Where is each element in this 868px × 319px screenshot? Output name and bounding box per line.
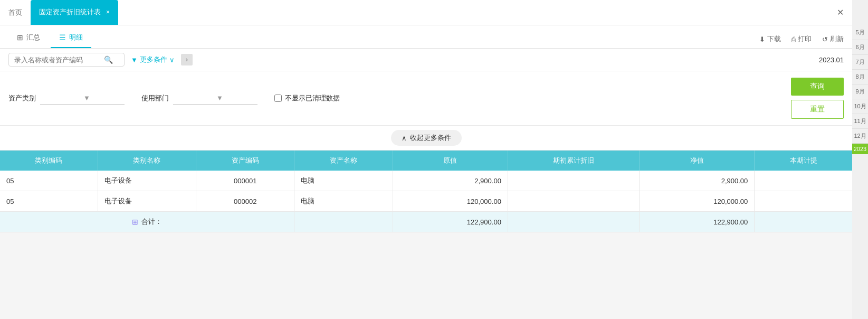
col-net-value: 净值 — [640, 151, 755, 171]
total-icon: ⊞ — [132, 218, 138, 226]
cell-asset-code: 000002 — [196, 191, 294, 212]
table-row: 05 电子设备 000002 电脑 120,000.00 120,000.00 — [0, 191, 852, 212]
data-table: 类别编码 类别名称 资产编码 资产名称 原值 期初累计折旧 净值 本期计提 05… — [0, 151, 852, 232]
sidebar-month-10[interactable]: 10月 — [852, 99, 868, 114]
search-icon: 🔍 — [104, 55, 113, 64]
cell-original-value: 120,000.00 — [393, 191, 508, 212]
total-asset-name — [294, 212, 393, 232]
sidebar-month-5[interactable]: 5月 — [852, 25, 868, 40]
col-original-value: 原值 — [393, 151, 508, 171]
col-current-depreciation: 本期计提 — [755, 151, 852, 171]
sidebar-month-6[interactable]: 6月 — [852, 40, 868, 55]
collapse-icon: ∧ — [402, 134, 407, 142]
cell-net-value: 120,000.00 — [640, 191, 755, 212]
asset-category-chevron: ▼ — [83, 94, 125, 102]
tab-label: 固定资产折旧统计表 — [39, 7, 101, 17]
table-body: 05 电子设备 000001 电脑 2,900.00 2,900.00 05 电… — [0, 171, 852, 232]
table-row: 05 电子设备 000001 电脑 2,900.00 2,900.00 — [0, 171, 852, 191]
tab-summary[interactable]: ⊞ 汇总 — [8, 28, 49, 48]
total-accumulated-depreciation — [508, 212, 639, 232]
total-current-depreciation — [755, 212, 852, 232]
search-input-wrap: 🔍 — [8, 53, 125, 67]
hide-cleared-checkbox[interactable] — [274, 95, 282, 102]
sidebar-month-7[interactable]: 7月 — [852, 55, 868, 70]
filter-area: 资产类别 ▼ 使用部门 ▼ 不显示已清理数据 查询 重置 — [0, 71, 852, 126]
search-bar: 🔍 ▼ 更多条件 ∨ › 2023.01 — [0, 49, 852, 71]
total-net-value: 122,900.00 — [640, 212, 755, 232]
download-label: 下载 — [767, 34, 781, 44]
cell-category-code: 05 — [0, 171, 98, 191]
tab-detail-label: 明细 — [69, 33, 83, 42]
cell-current-depreciation — [755, 191, 852, 212]
download-button[interactable]: ⬇ 下载 — [759, 34, 781, 44]
sidebar-month-9[interactable]: 9月 — [852, 85, 868, 99]
table-container: 类别编码 类别名称 资产编码 资产名称 原值 期初累计折旧 净值 本期计提 05… — [0, 151, 852, 232]
query-button[interactable]: 查询 — [791, 78, 844, 96]
cell-accumulated-depreciation — [508, 171, 639, 191]
total-label-cell: ⊞ 合计： — [0, 212, 294, 232]
sidebar-month-11[interactable]: 11月 — [852, 114, 868, 129]
sub-tabs-right: ⬇ 下载 ⎙ 打印 ↺ 刷新 — [759, 34, 844, 48]
table-header: 类别编码 类别名称 资产编码 资产名称 原值 期初累计折旧 净值 本期计提 — [0, 151, 852, 171]
sidebar-month-12[interactable]: 12月 — [852, 129, 868, 144]
reset-button[interactable]: 重置 — [791, 100, 844, 119]
detail-icon: ☰ — [59, 33, 66, 42]
refresh-label: 刷新 — [830, 34, 844, 44]
right-sidebar: 5月 6月 7月 8月 9月 10月 11月 12月 2023 — [852, 0, 868, 319]
expand-button[interactable]: › — [181, 54, 193, 65]
cell-category-name: 电子设备 — [98, 191, 196, 212]
cell-net-value: 2,900.00 — [640, 171, 755, 191]
date-display: 2023.01 — [819, 56, 844, 64]
top-nav: 首页 固定资产折旧统计表 × ✕ — [0, 0, 852, 25]
print-label: 打印 — [798, 34, 812, 44]
refresh-icon: ↺ — [822, 35, 828, 43]
sidebar-month-8[interactable]: 8月 — [852, 70, 868, 85]
hide-cleared-filter: 不显示已清理数据 — [274, 93, 340, 103]
cell-asset-code: 000001 — [196, 171, 294, 191]
col-asset-name: 资产名称 — [294, 151, 393, 171]
collapse-bar: ∧ 收起更多条件 — [0, 126, 852, 151]
col-accumulated-depreciation: 期初累计折旧 — [508, 151, 639, 171]
cell-asset-name: 电脑 — [294, 191, 393, 212]
window-close-icon[interactable]: ✕ — [837, 7, 844, 17]
tab-detail[interactable]: ☰ 明细 — [51, 28, 91, 48]
asset-category-select[interactable]: ▼ — [40, 92, 125, 105]
filter-row: 资产类别 ▼ 使用部门 ▼ 不显示已清理数据 查询 重置 — [8, 78, 844, 119]
col-asset-code: 资产编码 — [196, 151, 294, 171]
sub-tabs: ⊞ 汇总 ☰ 明细 ⬇ 下载 ⎙ 打印 ↺ 刷新 — [0, 25, 852, 49]
use-dept-label: 使用部门 — [141, 93, 169, 103]
cell-accumulated-depreciation — [508, 191, 639, 212]
use-dept-select[interactable]: ▼ — [173, 92, 257, 105]
collapse-label: 收起更多条件 — [410, 133, 451, 143]
filter-icon: ▼ — [131, 56, 138, 64]
download-icon: ⬇ — [759, 35, 765, 43]
asset-category-label: 资产类别 — [8, 93, 36, 103]
print-button[interactable]: ⎙ 打印 — [791, 34, 812, 44]
cell-current-depreciation — [755, 171, 852, 191]
col-category-code: 类别编码 — [0, 151, 98, 171]
filter-actions: 查询 重置 — [791, 78, 844, 119]
cell-original-value: 2,900.00 — [393, 171, 508, 191]
refresh-button[interactable]: ↺ 刷新 — [822, 34, 844, 44]
total-row: ⊞ 合计： 122,900.00 122,900.00 — [0, 212, 852, 232]
col-category-name: 类别名称 — [98, 151, 196, 171]
collapse-button[interactable]: ∧ 收起更多条件 — [391, 130, 462, 146]
tab-close-icon[interactable]: × — [106, 8, 110, 16]
sidebar-year[interactable]: 2023 — [852, 144, 868, 154]
summary-icon: ⊞ — [17, 33, 23, 42]
active-tab[interactable]: 固定资产折旧统计表 × — [31, 0, 118, 25]
asset-category-filter: 资产类别 ▼ — [8, 92, 125, 105]
total-original-value: 122,900.00 — [393, 212, 508, 232]
search-input[interactable] — [14, 56, 104, 64]
more-conditions-label: 更多条件 — [140, 55, 167, 64]
print-icon: ⎙ — [791, 35, 796, 43]
more-conditions-button[interactable]: ▼ 更多条件 ∨ — [131, 55, 175, 64]
sub-tabs-left: ⊞ 汇总 ☰ 明细 — [8, 25, 91, 48]
cell-category-name: 电子设备 — [98, 171, 196, 191]
total-label-text: 合计： — [141, 217, 162, 227]
chevron-down-icon: ∨ — [169, 56, 175, 64]
hide-cleared-label: 不显示已清理数据 — [285, 93, 340, 103]
home-link[interactable]: 首页 — [8, 8, 22, 17]
cell-asset-name: 电脑 — [294, 171, 393, 191]
use-dept-filter: 使用部门 ▼ — [141, 92, 257, 105]
